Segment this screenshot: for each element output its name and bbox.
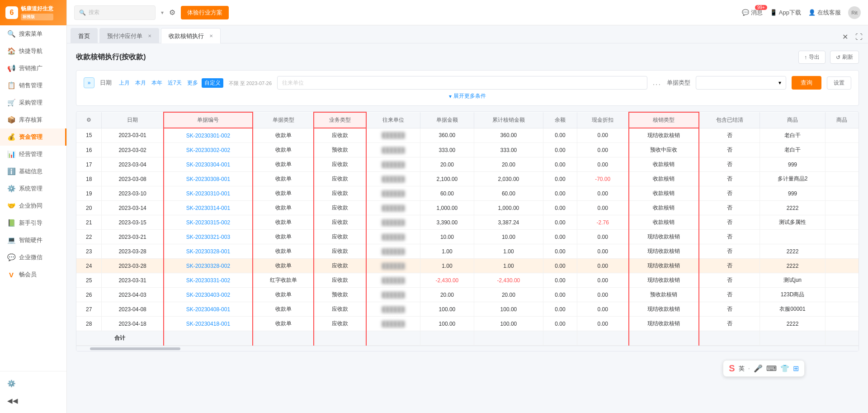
td-bill-type: 收款单 [253,186,314,201]
watermark-shirt-icon[interactable]: 👕 [780,364,789,373]
sidebar-item-sales[interactable]: 📋 销售管理 [0,77,66,94]
sidebar-item-wechat[interactable]: 💬 企业微信 [0,249,66,266]
th-total-amount[interactable]: 累计核销金额 [474,112,543,128]
sidebar-item-purchase[interactable]: 🛒 采购管理 [0,94,66,111]
th-goods[interactable]: 商品 [760,112,826,128]
app-download-item[interactable]: 📱 App下载 [770,9,801,17]
table-scrollbar[interactable] [76,346,859,351]
th-balance[interactable]: 余额 [543,112,577,128]
th-amount[interactable]: 单据金额 [420,112,474,128]
tab-payables-close[interactable]: ✕ [148,33,151,38]
date-custom-btn[interactable]: 自定义 [202,78,223,88]
watermark-mic-icon[interactable]: 🎤 [754,364,763,373]
bill-no-link[interactable]: SK-20230314-001 [186,205,230,211]
date-more-btn[interactable]: 更多 [185,78,200,88]
td-balance: 0.00 [543,230,577,244]
watermark-dot: · [748,365,750,373]
bill-no-link[interactable]: SK-20230408-001 [186,306,230,313]
th-write-off-type[interactable]: 核销类型 [629,112,699,128]
sidebar-collapse-btn[interactable]: ◀◀ [0,392,66,409]
tab-close-all-btn[interactable]: ✕ [840,31,850,43]
unit-dots[interactable]: ... [653,79,661,87]
sidebar-bottom: ⚙️ ◀◀ [0,371,66,413]
td-write-off-type: 现结收款核销 [629,259,699,273]
bill-no-link[interactable]: SK-20230328-002 [186,263,230,269]
tab-receipts-close[interactable]: ✕ [209,33,213,38]
header-chevron-icon[interactable]: ▾ [161,9,164,16]
header-search[interactable]: 🔍 搜索 [74,5,156,20]
sidebar-item-basic[interactable]: ℹ️ 基础信息 [0,163,66,180]
date-7days-btn[interactable]: 近7天 [166,78,184,88]
sidebar-item-inventory[interactable]: 📦 库存核算 [0,111,66,128]
watermark-keyboard-icon[interactable]: ⌨ [766,364,777,373]
date-this-year-btn[interactable]: 本年 [150,78,164,88]
sidebar: 6 畅康道好生意 标推版 🔍 搜索菜单 🏠 快捷导航 📢 营销推广 📋 销售管理… [0,0,67,413]
td-total-billno [164,331,253,346]
bill-no-link[interactable]: SK-20230403-002 [186,292,230,298]
td-amount: 360.00 [420,128,474,143]
bill-no-link[interactable]: SK-20230308-001 [186,176,230,182]
th-bill-type[interactable]: 单据类型 [253,112,314,128]
bill-no-link[interactable]: SK-20230301-002 [186,133,230,139]
th-date[interactable]: 日期 [102,112,164,128]
bill-no-link[interactable]: SK-20230304-001 [186,161,230,168]
refresh-button[interactable]: ↺ 刷新 [830,51,859,64]
sidebar-settings-btn[interactable]: ⚙️ [0,375,66,392]
bill-no-link[interactable]: SK-20230328-001 [186,248,230,255]
expand-more-button[interactable]: ▾ 展开更多条件 [449,92,486,100]
tab-expand-btn[interactable]: ⛶ [854,31,864,43]
date-last-month-btn[interactable]: 上月 [117,78,132,88]
table-row: 27 2023-04-08 SK-20230408-001 收款单 应收款 ██… [76,302,859,317]
bill-no-link[interactable]: SK-20230331-002 [186,277,230,284]
messages-item[interactable]: 💬 消息 99+ [742,9,763,17]
bill-no-link[interactable]: SK-20230302-002 [186,147,230,153]
bill-type-filter[interactable]: ▾ [696,76,786,90]
th-biz-type[interactable]: 业务类型 [314,112,366,128]
th-include-settled[interactable]: 包含已结清 [699,112,760,128]
sidebar-item-search[interactable]: 🔍 搜索菜单 [0,25,66,43]
sidebar-item-operations[interactable]: 📊 经营管理 [0,146,66,163]
td-bill-no: SK-20230314-001 [164,201,253,215]
sidebar-item-enterprise[interactable]: 🤝 企业协同 [0,197,66,214]
bill-no-link[interactable]: SK-20230418-001 [186,321,230,327]
user-avatar[interactable]: Rit [848,6,861,19]
bill-no-link[interactable]: SK-20230321-003 [186,234,230,240]
bill-no-link[interactable]: SK-20230310-001 [186,190,230,197]
th-cash-discount[interactable]: 现金折扣 [577,112,629,128]
filter-settings-button[interactable]: 设置 [827,76,851,90]
service-item[interactable]: 👤 在线客服 [808,9,841,17]
export-button[interactable]: ↑ 导出 [798,51,826,64]
td-goods2 [825,288,859,302]
td-balance: 0.00 [543,128,577,143]
date-this-month-btn[interactable]: 本月 [133,78,148,88]
sidebar-item-system[interactable]: ⚙️ 系统管理 [0,180,66,197]
sidebar-item-quicknav[interactable]: 🏠 快捷导航 [0,43,66,60]
watermark-grid-icon[interactable]: ⊞ [793,364,799,373]
marketing-icon: 📢 [7,64,15,72]
td-bill-no: SK-20230408-001 [164,302,253,317]
query-button[interactable]: 查询 [792,76,821,90]
sidebar-item-guide[interactable]: 📗 新手引导 [0,214,66,232]
header-gear-icon[interactable]: ⚙ [169,8,175,17]
messages-badge: 99+ [755,5,767,10]
sidebar-item-hardware[interactable]: 💻 智能硬件 [0,232,66,249]
bill-no-link[interactable]: SK-20230315-002 [186,219,230,226]
th-bill-no[interactable]: 单据编号 [164,112,253,128]
th-settings[interactable]: ⚙ [76,112,102,128]
tab-home[interactable]: 首页 [71,28,98,43]
sidebar-item-finance[interactable]: 💰 资金管理 [0,128,66,146]
solution-button[interactable]: 体验行业方案 [181,6,229,19]
sidebar-item-member[interactable]: V 畅会员 [0,266,66,283]
th-goods2[interactable]: 商品 [825,112,859,128]
unit-filter[interactable]: 往来单位 [277,76,647,90]
td-bill-no: SK-20230302-002 [164,143,253,157]
td-date: 2023-03-02 [102,143,164,157]
sidebar-item-marketing[interactable]: 📢 营销推广 [0,60,66,77]
td-write-off-type: 现结收款核销 [629,128,699,143]
td-date: 2023-04-18 [102,317,164,331]
filter-expand-btn[interactable]: » [84,77,94,88]
th-unit[interactable]: 往来单位 [366,112,420,128]
td-cash-discount: 0.00 [577,157,629,172]
tab-receipts[interactable]: 收款核销执行 ✕ [161,28,221,43]
tab-payables[interactable]: 预付冲应付单 ✕ [99,28,159,43]
